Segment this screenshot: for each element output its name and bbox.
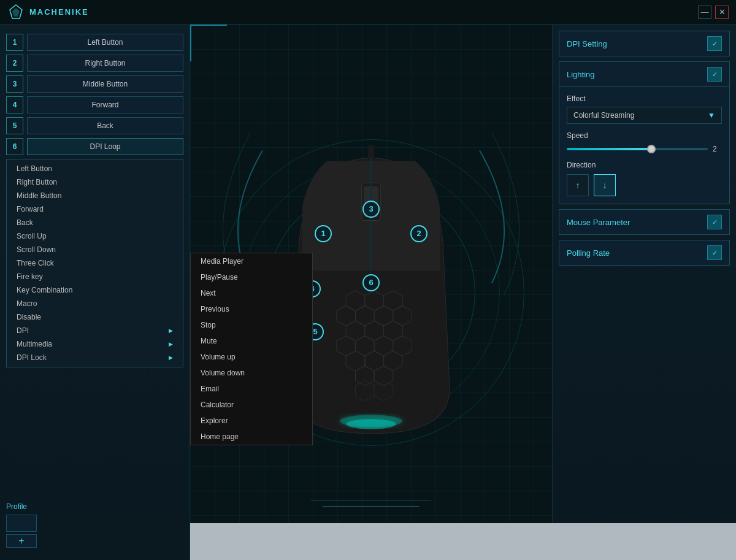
dropdown-item-scroll-down[interactable]: Scroll Down (7, 243, 183, 256)
dropdown-item-right-button[interactable]: Right Button (7, 175, 183, 189)
logo-icon (7, 4, 25, 21)
profile-slot[interactable] (6, 515, 37, 532)
sub-menu-item-previous[interactable]: Previous (191, 301, 312, 317)
dpi-setting-header[interactable]: DPI Setting ✓ (559, 31, 729, 56)
button-row-5: 5 Back (6, 117, 183, 134)
sub-menu-item-email[interactable]: Email (191, 381, 312, 397)
speed-slider-thumb[interactable] (647, 145, 656, 153)
sub-menu-item-volume-up[interactable]: Volume up (191, 349, 312, 365)
dropdown-item-key-combination[interactable]: Key Combination (7, 283, 183, 297)
speed-slider-value: 2 (713, 145, 722, 153)
btn-label-middle-button[interactable]: Middle Button (27, 75, 183, 93)
direction-label: Direction (567, 161, 722, 169)
button-row-4: 4 Forward (6, 96, 183, 113)
button-row-2: 2 Right Button (6, 55, 183, 72)
sub-menu-item-volume-down[interactable]: Volume down (191, 365, 312, 381)
mouse-label-1: 1 (315, 225, 332, 242)
mouse-label-3: 3 (362, 201, 380, 218)
dropdown-item-dpi[interactable]: DPI (7, 324, 183, 337)
polling-rate-title: Polling Rate (567, 248, 610, 258)
dropdown-list: Left Button Right Button Middle Button F… (6, 159, 183, 367)
btn-number-6: 6 (6, 138, 23, 155)
dropdown-item-multimedia[interactable]: Multimedia (7, 337, 183, 351)
polling-rate-section: Polling Rate ✓ (559, 240, 730, 266)
close-button[interactable]: ✕ (715, 6, 729, 19)
sub-menu-item-next[interactable]: Next (191, 285, 312, 301)
lighting-title: Lighting (567, 70, 595, 79)
button-row-1: 1 Left Button (6, 34, 183, 51)
btn-label-back[interactable]: Back (27, 117, 183, 134)
dpi-setting-section: DPI Setting ✓ (559, 31, 730, 56)
direction-down-button[interactable]: ↓ (594, 174, 616, 196)
effect-value: Colorful Streaming (573, 111, 634, 120)
title-bar: MACHENIKE — ✕ (0, 0, 736, 25)
dropdown-item-left-button[interactable]: Left Button (7, 162, 183, 175)
button-row-6: 6 DPI Loop (6, 138, 183, 155)
btn-label-forward[interactable]: Forward (27, 96, 183, 113)
mouse-parameter-toggle[interactable]: ✓ (707, 215, 722, 229)
sub-menu-item-explorer[interactable]: Explorer (191, 413, 312, 429)
btn-number-1: 1 (6, 34, 23, 51)
mouse-label-2: 2 (410, 225, 427, 242)
btn-label-dpi-loop[interactable]: DPI Loop (27, 138, 183, 155)
svg-point-28 (346, 419, 396, 429)
direction-up-button[interactable]: ↑ (567, 174, 589, 196)
dropdown-item-middle-button[interactable]: Middle Button (7, 189, 183, 202)
speed-slider-fill (567, 148, 651, 150)
profile-label: Profile (6, 502, 183, 511)
lighting-section: Lighting ✓ Effect Colorful Streaming ▼ S… (559, 61, 730, 204)
dropdown-item-back[interactable]: Back (7, 216, 183, 229)
title-bar-left: MACHENIKE (7, 4, 89, 21)
mouse-label-6: 6 (362, 274, 380, 291)
polling-rate-header[interactable]: Polling Rate ✓ (559, 240, 729, 265)
sub-menu-item-stop[interactable]: Stop (191, 317, 312, 333)
btn-number-2: 2 (6, 55, 23, 72)
sub-menu: Media Player Play/Pause Next Previous St… (190, 253, 313, 445)
dpi-setting-toggle[interactable]: ✓ (707, 36, 722, 51)
sub-menu-item-media-player[interactable]: Media Player (191, 253, 312, 269)
sub-menu-item-home-page[interactable]: Home page (191, 429, 312, 445)
button-row-3: 3 Middle Button (6, 75, 183, 93)
effect-dropdown-arrow: ▼ (708, 111, 715, 120)
polling-rate-toggle[interactable]: ✓ (707, 245, 722, 260)
right-panel: DPI Setting ✓ Lighting ✓ Effect Colorful… (552, 25, 736, 560)
btn-number-4: 4 (6, 96, 23, 113)
corner-decoration-tl (190, 25, 227, 61)
dropdown-item-disable[interactable]: Disable (7, 310, 183, 324)
dropdown-item-macro[interactable]: Macro (7, 297, 183, 310)
effect-label: Effect (567, 94, 722, 103)
dropdown-item-dpi-lock[interactable]: DPI Lock (7, 351, 183, 364)
mouse-parameter-header[interactable]: Mouse Parameter ✓ (559, 210, 729, 234)
profile-add-button[interactable]: + (6, 534, 37, 548)
mouse-parameter-title: Mouse Parameter (567, 218, 630, 227)
speed-label: Speed (567, 131, 722, 140)
left-panel: 1 Left Button 2 Right Button 3 Middle Bu… (0, 25, 190, 560)
effect-select[interactable]: Colorful Streaming ▼ (567, 107, 722, 124)
svg-marker-1 (12, 8, 20, 17)
sub-menu-item-calculator[interactable]: Calculator (191, 397, 312, 413)
dropdown-item-three-click[interactable]: Three Click (7, 256, 183, 270)
btn-number-3: 3 (6, 75, 23, 93)
direction-buttons: ↑ ↓ (567, 174, 722, 196)
btn-number-5: 5 (6, 117, 23, 134)
speed-slider-container: 2 (567, 145, 722, 153)
dropdown-item-fire-key[interactable]: Fire key (7, 270, 183, 283)
title-controls: — ✕ (698, 6, 729, 19)
svg-rect-29 (368, 145, 374, 159)
dropdown-item-forward[interactable]: Forward (7, 202, 183, 216)
speed-slider-track[interactable] (567, 148, 708, 150)
btn-label-left-button[interactable]: Left Button (27, 34, 183, 51)
dpi-setting-title: DPI Setting (567, 39, 607, 48)
profile-section: Profile + (6, 502, 183, 548)
dropdown-item-scroll-up[interactable]: Scroll Up (7, 229, 183, 243)
lighting-body: Effect Colorful Streaming ▼ Speed 2 Dire… (559, 86, 729, 204)
btn-label-right-button[interactable]: Right Button (27, 55, 183, 72)
app-title: MACHENIKE (29, 7, 89, 17)
lighting-toggle[interactable]: ✓ (707, 67, 722, 82)
minimize-button[interactable]: — (698, 6, 711, 19)
sub-menu-item-play-pause[interactable]: Play/Pause (191, 269, 312, 285)
mouse-parameter-section: Mouse Parameter ✓ (559, 209, 730, 235)
sub-menu-item-mute[interactable]: Mute (191, 333, 312, 349)
main-content: 1 Left Button 2 Right Button 3 Middle Bu… (0, 25, 736, 560)
lighting-header[interactable]: Lighting ✓ (559, 62, 729, 86)
